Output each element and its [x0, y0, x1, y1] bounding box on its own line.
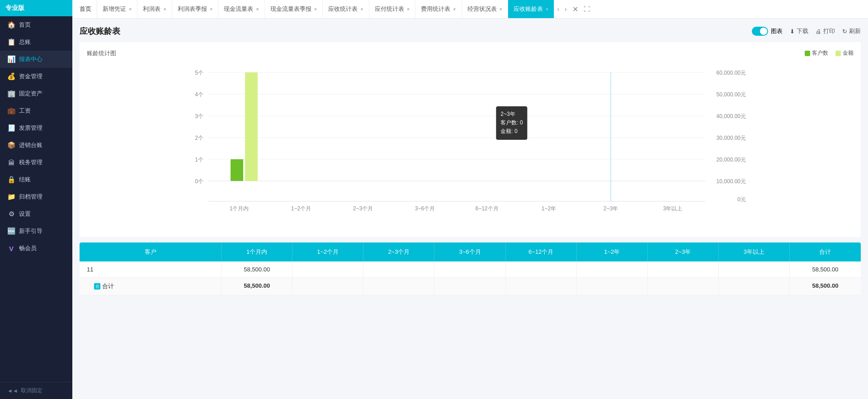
cell-m12 [292, 261, 363, 277]
col-y3plus: 3年以上 [719, 242, 790, 261]
tab-close-profit[interactable]: × [163, 6, 166, 12]
refresh-icon: ↻ [842, 28, 847, 35]
tab-expense-stats[interactable]: 费用统计表 × [415, 0, 462, 18]
tab-prev-button[interactable]: ‹ [554, 5, 562, 13]
total-m1: 58,500.00 [222, 278, 292, 295]
toggle-knob[interactable] [752, 27, 768, 36]
sidebar-item-settings[interactable]: ⚙ 设置 [0, 205, 72, 223]
svg-text:4个: 4个 [195, 91, 203, 98]
svg-text:1~2个月: 1~2个月 [291, 205, 311, 212]
fixed-icon: 🏢 [7, 90, 15, 98]
total-icon: 合 [94, 283, 100, 290]
tab-close-cashflow-quarterly[interactable]: × [314, 6, 317, 12]
tab-cashflow-quarterly[interactable]: 现金流量表季报 × [265, 0, 323, 18]
sidebar-item-home[interactable]: 🏠 首页 [0, 16, 72, 33]
toggle-label: 图表 [771, 27, 783, 35]
sidebar-item-fixed[interactable]: 🏢 固定资产 [0, 85, 72, 102]
total-y23 [648, 278, 719, 295]
sidebar: 专业版 🏠 首页 📋 总账 📊 报表中心 💰 资金管理 🏢 固定资产 💼 工资 … [0, 0, 72, 399]
total-y3plus [719, 278, 790, 295]
sidebar-item-guide[interactable]: 🆕 新手引导 [0, 223, 72, 240]
tab-profit-quarterly[interactable]: 利润表季报 × [172, 0, 218, 18]
tab-business[interactable]: 经营状况表 × [462, 0, 508, 18]
sidebar-item-close[interactable]: 🔒 结账 [0, 171, 72, 188]
sidebar-item-label: 报表中心 [19, 55, 42, 63]
svg-text:10,000.00元: 10,000.00元 [717, 178, 746, 185]
sidebar-item-label: 首页 [19, 21, 31, 29]
sidebar-item-fund[interactable]: 💰 资金管理 [0, 68, 72, 85]
chart-toggle[interactable]: 图表 [752, 27, 783, 36]
cell-customer-name: 11 [80, 261, 222, 277]
tab-ar-aging[interactable]: 应收账龄表 × [508, 0, 554, 18]
sidebar-item-ledger[interactable]: 📋 总账 [0, 33, 72, 51]
chart-svg-wrapper: 5个 4个 3个 2个 1个 0个 60,000.00元 50,000.00元 … [87, 61, 854, 230]
sidebar-item-tax[interactable]: 🏛 税务管理 [0, 154, 72, 171]
main-content: 首页 新增凭证 × 利润表 × 利润表季报 × 现金流量表 × 现金流量表季报 … [72, 0, 868, 399]
cell-m1: 58,500.00 [222, 261, 292, 277]
salary-icon: 💼 [7, 107, 15, 115]
ledger-icon: 📋 [7, 38, 15, 46]
svg-text:5个: 5个 [195, 70, 203, 76]
bar-amount-m1 [245, 72, 258, 181]
col-total: 合计 [790, 242, 861, 261]
tab-maximize-button[interactable]: ⛶ [581, 5, 593, 13]
svg-text:2~3年: 2~3年 [604, 205, 618, 212]
tab-close-ar-stats[interactable]: × [360, 6, 363, 12]
sidebar-logo: 专业版 [0, 0, 72, 16]
sidebar-item-archive[interactable]: 📁 归档管理 [0, 188, 72, 205]
total-y12 [577, 278, 648, 295]
total-total: 58,500.00 [790, 278, 861, 295]
svg-text:30,000.00元: 30,000.00元 [717, 135, 746, 141]
tab-profit[interactable]: 利润表 × [137, 0, 172, 18]
tab-ap-stats[interactable]: 应付统计表 × [369, 0, 415, 18]
col-m36: 3~6个月 [434, 242, 505, 261]
svg-text:60,000.00元: 60,000.00元 [717, 70, 746, 76]
tab-new-voucher[interactable]: 新增凭证 × [97, 0, 137, 18]
col-m1: 1个月内 [222, 242, 292, 261]
tab-close-cashflow[interactable]: × [256, 6, 259, 12]
tab-close-business[interactable]: × [500, 6, 502, 12]
legend-customer-dot [805, 51, 810, 56]
bar-customer-m1 [231, 159, 243, 181]
svg-text:1~2年: 1~2年 [542, 205, 556, 212]
stock-icon: 📦 [7, 141, 15, 149]
refresh-button[interactable]: ↻ 刷新 [842, 27, 861, 35]
legend-amount-label: 金额 [843, 49, 854, 57]
tab-close-profit-quarterly[interactable]: × [210, 6, 212, 12]
legend-customer: 客户数 [805, 49, 828, 57]
tab-home[interactable]: 首页 [74, 0, 97, 18]
total-m36 [434, 278, 505, 295]
tab-cashflow[interactable]: 现金流量表 × [218, 0, 264, 18]
cell-y12 [577, 261, 648, 277]
table-row: 11 58,500.00 58,500.00 [80, 261, 861, 278]
data-table: 客户 1个月内 1~2个月 2~3个月 3~6个月 6~12个月 1~2年 2~… [80, 242, 861, 295]
print-button[interactable]: 🖨 打印 [816, 27, 835, 35]
sidebar-item-label: 进销台账 [19, 141, 42, 149]
sidebar-item-stock[interactable]: 📦 进销台账 [0, 137, 72, 154]
tab-close-ap-stats[interactable]: × [407, 6, 410, 12]
svg-text:3~6个月: 3~6个月 [415, 205, 435, 212]
legend-amount-dot [835, 51, 841, 56]
sidebar-item-invoice[interactable]: 🧾 发票管理 [0, 119, 72, 137]
sidebar-item-label: 工资 [19, 107, 31, 115]
tab-close-all-button[interactable]: ✕ [570, 5, 581, 14]
col-y12: 1~2年 [577, 242, 648, 261]
download-button[interactable]: ⬇ 下载 [790, 27, 808, 35]
tab-next-button[interactable]: › [562, 5, 570, 13]
sidebar-item-salary[interactable]: 💼 工资 [0, 102, 72, 119]
close-account-icon: 🔒 [7, 176, 15, 184]
legend-customer-label: 客户数 [812, 49, 828, 57]
cell-total: 58,500.00 [790, 261, 861, 277]
svg-text:3个: 3个 [195, 113, 203, 119]
tab-ar-stats[interactable]: 应收统计表 × [323, 0, 369, 18]
chart-title: 账龄统计图 [87, 49, 854, 57]
sidebar-item-report[interactable]: 📊 报表中心 [0, 51, 72, 68]
tab-close-ar-aging[interactable]: × [546, 6, 548, 12]
sidebar-item-vip[interactable]: V 畅会员 [0, 240, 72, 257]
page-header: 应收账龄表 图表 ⬇ 下载 🖨 打印 ↻ 刷新 [80, 26, 861, 37]
tab-close-new-voucher[interactable]: × [129, 6, 132, 12]
svg-text:1个: 1个 [195, 157, 203, 163]
tab-close-expense-stats[interactable]: × [453, 6, 456, 12]
sidebar-pin-toggle[interactable]: ◄◄ 取消固定 [0, 382, 72, 399]
col-customer: 客户 [80, 242, 222, 261]
